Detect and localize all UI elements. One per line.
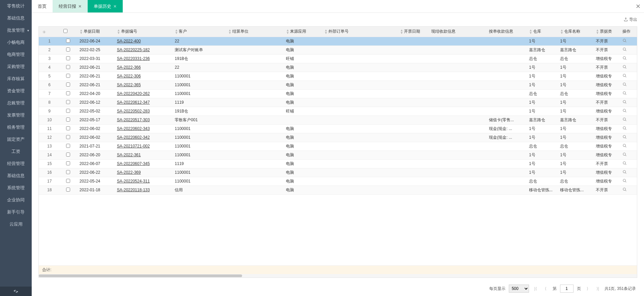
- sidebar-item-2[interactable]: 批发管理: [0, 24, 32, 36]
- sidebar-item-4[interactable]: 电商管理: [0, 48, 32, 61]
- sidebar-item-15[interactable]: 系统管理: [0, 182, 32, 194]
- sidebar-item-16[interactable]: 企业协同: [0, 194, 32, 206]
- doc-link[interactable]: SA-20210721-002: [117, 144, 150, 149]
- col-docno[interactable]: ▲▼单据编号: [114, 27, 172, 37]
- sidebar-item-1[interactable]: 基础信息: [0, 12, 32, 24]
- row-checkbox[interactable]: [66, 135, 70, 139]
- doc-link[interactable]: SA-2022-361: [117, 153, 141, 157]
- first-page-icon[interactable]: |⟨: [532, 285, 539, 292]
- doc-link[interactable]: SA-20220607-345: [117, 161, 150, 166]
- per-page-select[interactable]: 500: [509, 285, 529, 293]
- sidebar-item-13[interactable]: 经营管理: [0, 158, 32, 170]
- table-row[interactable]: 62022-06-21SA-2022-3651100001电脑1号1号增值税专: [39, 80, 637, 89]
- col-tax[interactable]: ▲▼票据类: [592, 27, 619, 37]
- table-row[interactable]: 22022-02-25SA-20220225-182测试客户对账单电脑嘉言路仓嘉…: [39, 45, 637, 54]
- sidebar-item-18[interactable]: 云应用: [0, 218, 32, 230]
- sidebar-item-17[interactable]: 新手引导: [0, 206, 32, 218]
- select-all-checkbox[interactable]: [63, 29, 67, 33]
- doc-link[interactable]: SA-2022-369: [117, 170, 141, 175]
- table-row[interactable]: 52022-06-21SA-2022-3061100001电脑1号1号增值税专: [39, 72, 637, 80]
- tab-0[interactable]: 首页: [32, 0, 53, 12]
- view-icon[interactable]: [622, 108, 627, 113]
- table-row[interactable]: 92022-05-02SA-20220502-283191B仓旺铺1号1号增值税…: [39, 107, 637, 116]
- row-checkbox[interactable]: [66, 56, 70, 60]
- sidebar-item-11[interactable]: 固定资产: [0, 133, 32, 145]
- row-checkbox[interactable]: [66, 65, 70, 69]
- sidebar-item-14[interactable]: 基础信息: [0, 170, 32, 182]
- doc-link[interactable]: SA-20220225-182: [117, 47, 150, 52]
- row-checkbox[interactable]: [66, 153, 70, 157]
- tab-close-icon[interactable]: ✕: [113, 4, 117, 9]
- table-row[interactable]: 162022-06-22SA-2022-3691100001电脑1号1号增值税专: [39, 168, 637, 177]
- view-icon[interactable]: [622, 143, 627, 148]
- close-all-tabs-icon[interactable]: ✕: [636, 3, 641, 10]
- view-icon[interactable]: [622, 117, 627, 122]
- doc-link[interactable]: SA-20220420-262: [117, 91, 150, 96]
- table-row[interactable]: 152022-06-07SA-20220607-3451119电脑1号1号不开票: [39, 159, 637, 168]
- next-page-icon[interactable]: ⟩: [584, 285, 591, 292]
- view-icon[interactable]: [622, 170, 627, 174]
- row-checkbox[interactable]: [66, 118, 70, 122]
- page-input[interactable]: [560, 285, 574, 293]
- view-icon[interactable]: [622, 82, 627, 87]
- row-checkbox[interactable]: [66, 144, 70, 148]
- sidebar-item-5[interactable]: 采购管理: [0, 61, 32, 73]
- view-icon[interactable]: [622, 178, 627, 183]
- prev-page-icon[interactable]: ⟨: [543, 285, 549, 292]
- row-checkbox[interactable]: [66, 188, 70, 192]
- view-icon[interactable]: [622, 65, 627, 69]
- table-row[interactable]: 182022-01-18SA-20220118-133信用电脑移动仓管拣...移…: [39, 186, 637, 194]
- table-row[interactable]: 172022-05-24SA-20220524-3111100001电脑总仓总仓…: [39, 177, 637, 186]
- row-checkbox[interactable]: [66, 126, 70, 130]
- tab-1[interactable]: 经营日报✕: [53, 0, 88, 12]
- view-icon[interactable]: [622, 38, 627, 43]
- sidebar-item-0[interactable]: 零售统计: [0, 0, 32, 12]
- sidebar-settings[interactable]: [0, 287, 32, 296]
- table-row[interactable]: 142022-06-20SA-2022-3611100001电脑1号1号增值税专: [39, 151, 637, 159]
- doc-link[interactable]: SA-20220602-342: [117, 135, 150, 140]
- view-icon[interactable]: [622, 126, 627, 130]
- tab-close-icon[interactable]: ✕: [78, 4, 82, 9]
- table-row[interactable]: 102022-05-17SA-20220517-303零散客户001储值卡(零售…: [39, 116, 637, 124]
- col-date[interactable]: ▲▼单据日期: [76, 27, 114, 37]
- table-row[interactable]: 112022-06-02SA-20220602-3431100001电脑现金(现…: [39, 124, 637, 133]
- doc-link[interactable]: SA-20220502-283: [117, 109, 150, 113]
- doc-link[interactable]: SA-20220612-347: [117, 100, 150, 105]
- view-icon[interactable]: [622, 152, 627, 157]
- table-row[interactable]: 82022-06-12SA-20220612-3471119电脑1号1号不开票: [39, 98, 637, 107]
- table-settings-icon[interactable]: [42, 30, 46, 34]
- doc-link[interactable]: SA-20220602-343: [117, 126, 150, 131]
- doc-link[interactable]: SA-20220331-236: [117, 56, 150, 61]
- doc-link[interactable]: SA-20220517-303: [117, 118, 150, 122]
- table-row[interactable]: 42022-06-21SA-2022-36622电脑1号1号不开票: [39, 63, 637, 72]
- export-button[interactable]: 导出: [624, 17, 637, 23]
- col-whn[interactable]: ▲▼仓库名称: [557, 27, 592, 37]
- view-icon[interactable]: [622, 135, 627, 139]
- doc-link[interactable]: SA-2022-400: [117, 39, 141, 43]
- sidebar-item-12[interactable]: 工资: [0, 145, 32, 158]
- col-wh[interactable]: ▲▼仓库: [526, 27, 557, 37]
- table-row[interactable]: 72022-04-20SA-20220420-2621100001电脑总仓总仓增…: [39, 89, 637, 98]
- col-settle[interactable]: ▲▼结算单位: [225, 27, 283, 37]
- view-icon[interactable]: [622, 187, 627, 192]
- row-checkbox[interactable]: [66, 161, 70, 165]
- view-icon[interactable]: [622, 47, 627, 52]
- row-checkbox[interactable]: [66, 74, 70, 78]
- doc-link[interactable]: SA-2022-306: [117, 74, 141, 78]
- sidebar-item-10[interactable]: 税务管理: [0, 121, 32, 133]
- row-checkbox[interactable]: [66, 100, 70, 104]
- row-checkbox[interactable]: [66, 109, 70, 113]
- horizontal-scrollbar[interactable]: [39, 274, 637, 277]
- sidebar-item-8[interactable]: 总账管理: [0, 97, 32, 109]
- sidebar-item-3[interactable]: 小畅电商: [0, 36, 32, 48]
- sidebar-item-9[interactable]: 发票管理: [0, 109, 32, 121]
- view-icon[interactable]: [622, 91, 627, 95]
- doc-link[interactable]: SA-2022-365: [117, 83, 141, 87]
- table-row[interactable]: 122022-06-02SA-20220602-3421100001电脑现金(现…: [39, 133, 637, 142]
- row-checkbox[interactable]: [66, 39, 70, 43]
- view-icon[interactable]: [622, 100, 627, 104]
- col-source[interactable]: ▲▼来源应用: [283, 27, 321, 37]
- tab-2[interactable]: 单据历史✕: [88, 0, 123, 12]
- doc-link[interactable]: SA-2022-366: [117, 65, 141, 70]
- row-checkbox[interactable]: [66, 83, 70, 87]
